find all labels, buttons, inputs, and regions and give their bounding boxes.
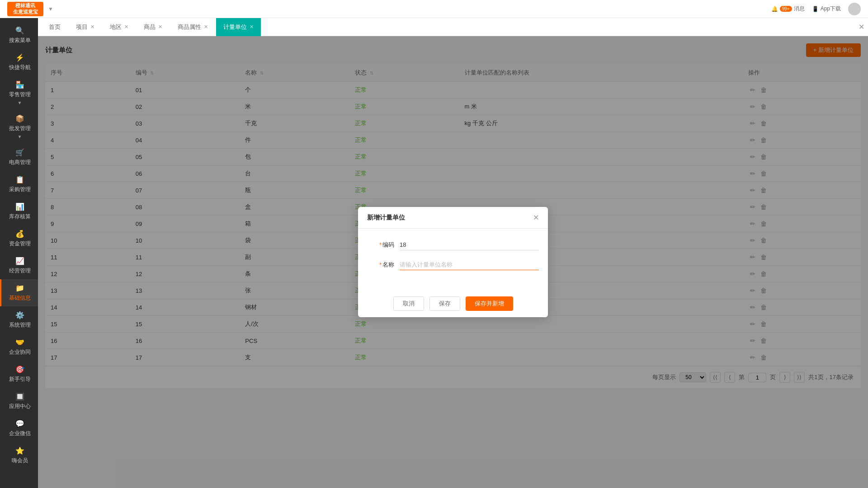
sidebar-item-inventory[interactable]: 📊库存核算: [0, 198, 38, 225]
sidebar-icon-purchase: 📋: [15, 175, 24, 184]
sidebar-item-purchase[interactable]: 📋采购管理: [0, 171, 38, 198]
notification-badge: 99+: [780, 6, 792, 12]
sidebar-label-search: 搜索菜单: [9, 37, 31, 44]
sidebar-item-quick-nav[interactable]: ⚡快捷导航: [0, 49, 38, 76]
sidebar-icon-retail: 🏪: [15, 80, 24, 89]
dialog-footer: 取消 保存 保存并新增: [358, 290, 548, 317]
app-download-icon: 📱: [812, 6, 819, 12]
tab-close-button[interactable]: ✕: [250, 24, 254, 30]
sidebar-arrow-wholesale: ▼: [18, 134, 22, 139]
sidebar-label-purchase: 采购管理: [9, 186, 31, 193]
tab-close-button[interactable]: ✕: [124, 24, 128, 30]
name-field-row: *名称: [367, 259, 539, 270]
tab-商品属性[interactable]: 商品属性✕: [170, 19, 215, 35]
dialog-close-button[interactable]: ✕: [533, 213, 539, 222]
close-all-tabs-button[interactable]: ✕: [859, 23, 864, 31]
code-required-marker: *: [379, 241, 382, 248]
sidebar-item-partner[interactable]: 🤝企业协同: [0, 333, 38, 361]
code-field-row: *编码: [367, 239, 539, 250]
sidebar-item-finance[interactable]: 💰资金管理: [0, 225, 38, 252]
dialog-body: *编码 *名称: [358, 229, 548, 290]
sidebar-item-basic[interactable]: 📁基础信息: [0, 279, 38, 306]
tab-bar: 首页项目✕地区✕商品✕商品属性✕计量单位✕ ✕: [38, 18, 868, 36]
top-bar-dropdown-icon[interactable]: ▼: [48, 6, 53, 12]
tab-计量单位[interactable]: 计量单位✕: [216, 18, 261, 36]
top-bar-right: 🔔 99+ 消息 📱 App下载: [771, 3, 861, 15]
sidebar-item-vip[interactable]: ⭐嗨会员: [0, 442, 38, 469]
sidebar: 🔍搜索菜单⚡快捷导航🏪零售管理▼📦批发管理▼🛒电商管理📋采购管理📊库存核算💰资金…: [0, 18, 38, 488]
tab-项目[interactable]: 项目✕: [69, 19, 102, 35]
tab-首页[interactable]: 首页: [42, 19, 68, 35]
tab-label: 计量单位: [223, 23, 247, 31]
sidebar-icon-quick-nav: ⚡: [15, 53, 24, 62]
sidebar-label-finance: 资金管理: [9, 240, 31, 248]
avatar[interactable]: [848, 3, 861, 15]
logo: 橙林通讯生意巡意宝: [7, 2, 43, 16]
tab-地区[interactable]: 地区✕: [103, 19, 136, 35]
sidebar-label-inventory: 库存核算: [9, 213, 31, 221]
sidebar-icon-vip: ⭐: [15, 446, 24, 455]
sidebar-icon-appcenter: 🔲: [15, 392, 24, 401]
code-label: *编码: [367, 241, 394, 249]
top-bar-left: 橙林通讯生意巡意宝 ▼: [7, 2, 53, 16]
sidebar-label-basic: 基础信息: [9, 294, 31, 302]
tab-close-button[interactable]: ✕: [158, 24, 162, 30]
tab-label: 地区: [110, 23, 122, 31]
app-download-button[interactable]: 📱 App下载: [812, 5, 841, 13]
sidebar-item-appcenter[interactable]: 🔲应用中心: [0, 388, 38, 415]
sidebar-arrow-retail: ▼: [18, 100, 22, 105]
sidebar-icon-basic: 📁: [15, 284, 24, 292]
logo-text: 橙林通讯生意巡意宝: [13, 3, 38, 14]
tab-close-button[interactable]: ✕: [204, 24, 208, 30]
sidebar-label-system: 系统管理: [9, 321, 31, 329]
notification-label: 消息: [794, 5, 805, 13]
save-button[interactable]: 保存: [429, 296, 460, 311]
sidebar-label-appcenter: 应用中心: [9, 403, 31, 410]
name-label: *名称: [367, 261, 394, 269]
sidebar-item-retail[interactable]: 🏪零售管理▼: [0, 76, 38, 110]
sidebar-icon-partner: 🤝: [15, 338, 24, 347]
tab-商品[interactable]: 商品✕: [137, 19, 170, 35]
sidebar-item-operation[interactable]: 📈经营管理: [0, 252, 38, 279]
name-required-marker: *: [379, 261, 382, 268]
notification-button[interactable]: 🔔 99+ 消息: [771, 5, 805, 13]
sidebar-icon-inventory: 📊: [15, 202, 24, 211]
tab-close-button[interactable]: ✕: [90, 24, 94, 30]
sidebar-icon-operation: 📈: [15, 257, 24, 265]
tab-label: 首页: [49, 23, 61, 31]
sidebar-icon-ecommerce: 🛒: [15, 148, 24, 157]
sidebar-item-search[interactable]: 🔍搜索菜单: [0, 22, 38, 49]
sidebar-icon-enterprise: 💬: [15, 419, 24, 428]
add-unit-dialog: 新增计量单位 ✕ *编码 *名称: [358, 207, 548, 317]
app-download-label: App下载: [821, 5, 841, 13]
tab-label: 商品属性: [178, 23, 201, 31]
sidebar-icon-wholesale: 📦: [15, 114, 24, 123]
tab-label: 商品: [144, 23, 156, 31]
sidebar-icon-system: ⚙️: [15, 311, 24, 319]
sidebar-item-enterprise[interactable]: 💬企业微信: [0, 415, 38, 442]
code-input[interactable]: [400, 239, 539, 250]
sidebar-item-guide[interactable]: 🎯新手引导: [0, 361, 38, 388]
sidebar-item-wholesale[interactable]: 📦批发管理▼: [0, 110, 38, 144]
main-content: 首页项目✕地区✕商品✕商品属性✕计量单位✕ ✕ 计量单位 + 新增计量单位 序号…: [38, 18, 868, 488]
sidebar-label-operation: 经营管理: [9, 267, 31, 275]
tab-label: 项目: [76, 23, 88, 31]
sidebar-icon-finance: 💰: [15, 230, 24, 238]
sidebar-label-partner: 企业协同: [9, 348, 31, 356]
name-input[interactable]: [400, 259, 539, 270]
sidebar-item-ecommerce[interactable]: 🛒电商管理: [0, 144, 38, 171]
sidebar-item-system[interactable]: ⚙️系统管理: [0, 306, 38, 333]
sidebar-label-enterprise: 企业微信: [9, 430, 31, 437]
content-area: 计量单位 + 新增计量单位 序号 编号 ⇅ 名称 ⇅ 状态 ⇅ 计量单位匹配的名…: [38, 36, 868, 488]
dialog-title: 新增计量单位: [367, 214, 405, 222]
notification-icon: 🔔: [771, 6, 778, 12]
top-bar: 橙林通讯生意巡意宝 ▼ 🔔 99+ 消息 📱 App下载: [0, 0, 868, 18]
sidebar-label-ecommerce: 电商管理: [9, 159, 31, 166]
sidebar-icon-guide: 🎯: [15, 365, 24, 374]
sidebar-label-vip: 嗨会员: [12, 457, 28, 465]
cancel-button[interactable]: 取消: [393, 296, 424, 311]
layout: 🔍搜索菜单⚡快捷导航🏪零售管理▼📦批发管理▼🛒电商管理📋采购管理📊库存核算💰资金…: [0, 18, 868, 488]
save-and-new-button[interactable]: 保存并新增: [466, 296, 513, 311]
sidebar-label-quick-nav: 快捷导航: [9, 64, 31, 71]
sidebar-icon-search: 🔍: [15, 26, 24, 35]
